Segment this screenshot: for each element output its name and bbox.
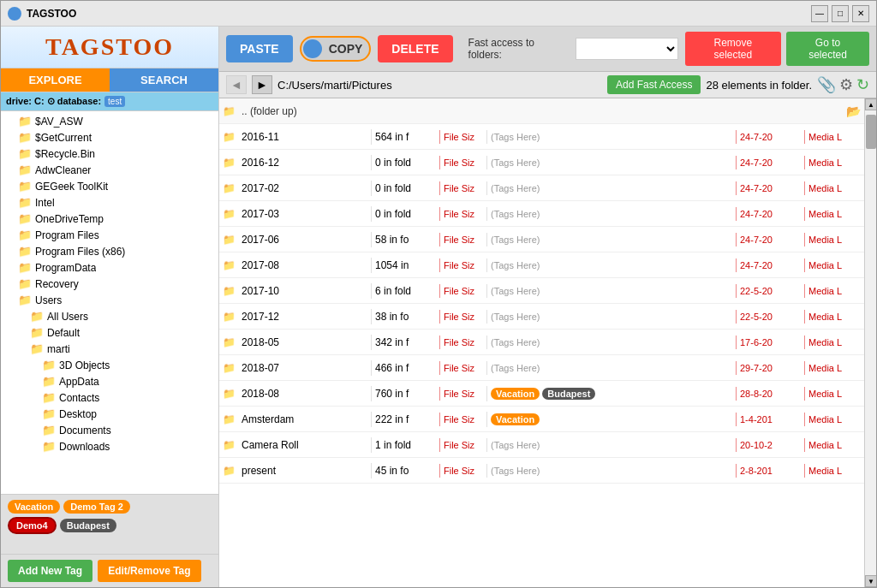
title-bar-controls: — □ ✕ xyxy=(811,5,869,22)
clip-icon: 📎 xyxy=(817,75,836,94)
file-date: 24-7-20 xyxy=(736,156,804,169)
table-row[interactable]: 📁 2017-08 1054 in File Siz (Tags Here) 2… xyxy=(219,252,864,278)
tree-item[interactable]: 📁All Users xyxy=(1,308,218,324)
maximize-button[interactable]: □ xyxy=(832,5,849,22)
remove-selected-button[interactable]: Remove selected xyxy=(685,32,781,66)
tree-item[interactable]: 📁Default xyxy=(1,324,218,341)
nav-tabs: EXPLORE SEARCH xyxy=(1,68,218,92)
tag-demo4[interactable]: Demo4 xyxy=(8,517,57,534)
file-count: 6 in fold xyxy=(371,283,439,299)
tree-item[interactable]: 📁OneDriveTemp xyxy=(1,211,218,227)
tag-vacation[interactable]: Vacation xyxy=(8,500,60,514)
minimize-button[interactable]: — xyxy=(811,5,828,22)
tag-demotag[interactable]: Demo Tag 2 xyxy=(63,500,130,514)
file-list[interactable]: 📁 .. (folder up) 📂 📁 2016-11 564 in f Fi… xyxy=(219,98,864,587)
table-row[interactable]: 📁 2017-12 38 in fo File Siz (Tags Here) … xyxy=(219,304,864,330)
table-row[interactable]: 📁 2016-11 564 in f File Siz (Tags Here) … xyxy=(219,124,864,150)
forward-button[interactable]: ► xyxy=(252,75,272,94)
table-row[interactable]: 📁 2018-07 466 in f File Siz (Tags Here) … xyxy=(219,355,864,381)
copy-toggle[interactable]: COPY xyxy=(300,36,372,62)
table-row[interactable]: 📁 Amsterdam 222 in f File Siz Vacation 1… xyxy=(219,407,864,432)
table-row[interactable]: 📁 present 45 in fo File Siz (Tags Here) … xyxy=(219,458,864,484)
file-size: File Siz xyxy=(439,310,486,324)
sidebar: TAGSTOO EXPLORE SEARCH drive: C: ⊙ datab… xyxy=(1,27,219,587)
tag-budapest[interactable]: Budapest xyxy=(60,519,116,532)
settings-icon[interactable]: ⚙ xyxy=(839,75,853,94)
file-tag: Budapest xyxy=(542,388,595,400)
file-size: File Siz xyxy=(439,464,486,478)
tree-item[interactable]: 📁3D Objects xyxy=(1,357,218,373)
table-row[interactable]: 📁 Camera Roll 1 in fold File Siz (Tags H… xyxy=(219,432,864,458)
file-date: 28-8-20 xyxy=(736,387,804,401)
tree-item[interactable]: 📁AdwCleaner xyxy=(1,162,218,178)
file-size: File Siz xyxy=(439,413,486,426)
tree-item[interactable]: 📁Users xyxy=(1,292,218,308)
close-button[interactable]: ✕ xyxy=(852,5,869,22)
go-to-selected-button[interactable]: Go to selected xyxy=(786,32,869,66)
file-tags: (Tags Here) xyxy=(486,130,736,144)
fast-access-area: Fast access to folders: xyxy=(468,37,678,61)
fast-access-select[interactable] xyxy=(576,38,678,60)
tree-item[interactable]: 📁Documents xyxy=(1,422,218,438)
table-row[interactable]: 📁 2017-06 58 in fo File Siz (Tags Here) … xyxy=(219,227,864,252)
tree-item[interactable]: 📁AppData xyxy=(1,373,218,389)
tree-item[interactable]: 📁$Recycle.Bin xyxy=(1,146,218,162)
tab-search[interactable]: SEARCH xyxy=(110,68,218,92)
folder-up-row[interactable]: 📁 .. (folder up) 📂 xyxy=(219,98,864,124)
folder-icon: 📁 xyxy=(42,440,56,453)
file-name: 2017-08 xyxy=(238,258,371,273)
tree-item[interactable]: 📁Program Files (x86) xyxy=(1,243,218,259)
file-media: Media L xyxy=(804,156,864,169)
file-media: Media L xyxy=(804,233,864,246)
back-button[interactable]: ◄ xyxy=(226,75,247,94)
file-media: Media L xyxy=(804,336,864,349)
tree-item[interactable]: 📁Downloads xyxy=(1,438,218,454)
table-row[interactable]: 📁 2017-10 6 in fold File Siz (Tags Here)… xyxy=(219,278,864,304)
file-size: File Siz xyxy=(439,336,486,349)
right-scrollbar[interactable]: ▲ ▼ xyxy=(864,98,876,587)
copy-dot xyxy=(303,39,322,58)
file-icon: 📁 xyxy=(219,413,238,425)
scrollbar-track[interactable] xyxy=(865,110,876,575)
tree-area[interactable]: 📁$AV_ASW📁$GetCurrent📁$Recycle.Bin📁AdwCle… xyxy=(1,111,218,494)
paste-button[interactable]: PASTE xyxy=(226,35,293,62)
tree-item[interactable]: 📁Recovery xyxy=(1,276,218,292)
tree-item[interactable]: 📁marti xyxy=(1,341,218,357)
file-icon: 📁 xyxy=(219,311,238,323)
tree-item[interactable]: 📁Desktop xyxy=(1,406,218,422)
title-bar: TAGSTOO — □ ✕ xyxy=(1,1,876,27)
tree-item[interactable]: 📁GEGeek ToolKit xyxy=(1,178,218,194)
edit-remove-tag-button[interactable]: Edit/Remove Tag xyxy=(98,560,200,582)
file-tags: (Tags Here) xyxy=(486,336,736,349)
delete-button[interactable]: DELETE xyxy=(378,35,452,62)
table-row[interactable]: 📁 2017-02 0 in fold File Siz (Tags Here)… xyxy=(219,175,864,201)
tree-item[interactable]: 📁Program Files xyxy=(1,227,218,243)
folder-icon: 📁 xyxy=(42,407,56,420)
tag-panel: Vacation Demo Tag 2 Demo4 Budapest xyxy=(1,494,218,554)
table-row[interactable]: 📁 2016-12 0 in fold File Siz (Tags Here)… xyxy=(219,150,864,175)
tree-item[interactable]: 📁Contacts xyxy=(1,389,218,406)
tag-row-2: Demo4 Budapest xyxy=(8,517,212,534)
add-fast-access-button[interactable]: Add Fast Access xyxy=(607,75,701,94)
file-name: 2017-02 xyxy=(238,181,371,196)
table-row[interactable]: 📁 2018-05 342 in f File Siz (Tags Here) … xyxy=(219,330,864,355)
file-count: 760 in f xyxy=(371,386,439,401)
tab-explore[interactable]: EXPLORE xyxy=(1,68,110,92)
file-count: 564 in f xyxy=(371,129,439,145)
tags-placeholder: (Tags Here) xyxy=(491,209,540,219)
scroll-up-btn[interactable]: ▲ xyxy=(865,98,876,110)
scrollbar-thumb[interactable] xyxy=(866,115,876,149)
file-rows-container: 📁 2016-11 564 in f File Siz (Tags Here) … xyxy=(219,124,864,484)
tree-item[interactable]: 📁ProgramData xyxy=(1,259,218,276)
file-size: File Siz xyxy=(439,258,486,272)
scroll-down-btn[interactable]: ▼ xyxy=(865,575,876,587)
table-row[interactable]: 📁 2017-03 0 in fold File Siz (Tags Here)… xyxy=(219,201,864,227)
table-row[interactable]: 📁 2018-08 760 in f File Siz VacationBuda… xyxy=(219,381,864,407)
folder-icon: 📁 xyxy=(42,424,56,437)
tree-item[interactable]: 📁$AV_ASW xyxy=(1,113,218,129)
add-new-tag-button[interactable]: Add New Tag xyxy=(8,560,92,582)
tree-item[interactable]: 📁Intel xyxy=(1,194,218,211)
tree-item[interactable]: 📁$GetCurrent xyxy=(1,129,218,146)
file-size: File Siz xyxy=(439,361,486,375)
refresh-icon[interactable]: ↻ xyxy=(856,75,869,94)
